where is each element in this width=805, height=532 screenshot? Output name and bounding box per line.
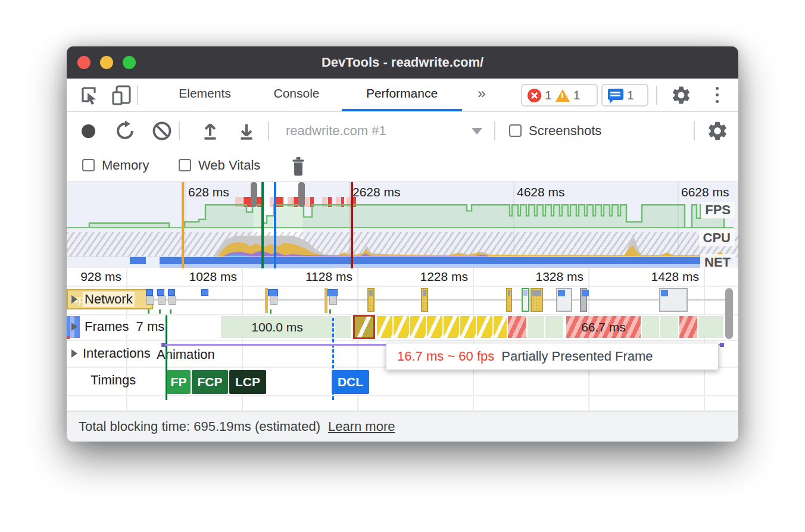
frame-block[interactable] — [660, 316, 678, 338]
network-request[interactable] — [168, 286, 174, 314]
error-count: 1 — [545, 88, 552, 102]
network-request[interactable] — [201, 286, 208, 314]
frame-block[interactable] — [679, 316, 697, 338]
total-blocking-time-text: Total blocking time: 695.19ms (estimated… — [79, 419, 320, 434]
more-tabs-icon[interactable]: » — [478, 85, 485, 102]
vertical-scrollbar-thumb[interactable] — [725, 288, 733, 339]
network-track-header[interactable]: Network — [71, 292, 135, 307]
fps-chart — [67, 200, 734, 228]
tooltip-title: Partially Presented Frame — [501, 349, 653, 364]
divider — [137, 86, 138, 105]
tab-performance[interactable]: Performance — [366, 86, 438, 101]
web-vitals-checkbox[interactable] — [179, 159, 191, 171]
network-request[interactable] — [522, 288, 529, 312]
overview-tick-label: 628 ms — [188, 185, 229, 199]
expander-icon[interactable] — [71, 349, 77, 358]
frame-block[interactable] — [394, 316, 409, 338]
network-request[interactable] — [268, 286, 281, 314]
messages-badge[interactable]: 1 — [601, 84, 648, 107]
frame-block[interactable] — [460, 316, 476, 338]
net-activity-early — [130, 257, 146, 264]
timeline-gridline — [473, 268, 474, 411]
capture-settings-gear-icon[interactable] — [706, 120, 729, 142]
frames-track-header[interactable]: Frames 7 ms — [71, 319, 164, 334]
record-button[interactable] — [82, 124, 95, 138]
frame-block[interactable] — [642, 316, 659, 338]
screenshots-label: Screenshots — [529, 123, 601, 139]
timing-marker-fcp[interactable]: FCP — [192, 370, 228, 394]
frame-block[interactable] — [545, 316, 563, 338]
inspect-element-icon[interactable] — [79, 85, 99, 105]
timing-marker-fp[interactable]: FP — [167, 370, 191, 394]
timing-marker-lcp[interactable]: LCP — [229, 370, 266, 394]
save-profile-icon[interactable] — [235, 120, 258, 142]
history-select[interactable]: readwrite.com #1 — [286, 123, 386, 139]
timeline-gridline — [588, 268, 589, 411]
network-request[interactable] — [659, 288, 688, 312]
network-request[interactable] — [506, 288, 512, 312]
network-request[interactable] — [367, 288, 375, 312]
network-request[interactable] — [146, 286, 155, 314]
selection-left-handle[interactable] — [251, 182, 257, 207]
garbage-collect-icon[interactable] — [288, 156, 308, 177]
network-request[interactable] — [327, 286, 342, 314]
clear-icon[interactable] — [151, 120, 173, 142]
expander-icon[interactable] — [71, 323, 77, 331]
settings-gear-icon[interactable] — [670, 85, 692, 106]
title-bar[interactable]: DevTools - readwrite.com/ — [67, 46, 738, 79]
tab-elements[interactable]: Elements — [179, 86, 231, 101]
frame-block[interactable] — [477, 316, 492, 338]
frame-block[interactable] — [528, 316, 544, 338]
screenshots-checkbox[interactable] — [509, 124, 522, 137]
frame-block[interactable] — [508, 316, 526, 338]
frame-block[interactable] — [494, 316, 507, 338]
frame-block[interactable]: 100.0 ms — [221, 316, 333, 338]
long-task-marker — [67, 336, 70, 339]
network-request[interactable] — [531, 288, 543, 312]
timeline-ruler-label: 1328 ms — [535, 270, 584, 284]
dropdown-caret-icon[interactable] — [472, 128, 482, 134]
secondary-toolbar: Memory Web Vitals — [67, 150, 738, 181]
frame-block[interactable]: 66.7 ms — [566, 316, 641, 338]
overview-tick-label: 4628 ms — [517, 185, 565, 199]
network-request[interactable] — [580, 288, 587, 312]
divider — [656, 86, 657, 105]
interactions-track-header[interactable]: Interactions — [71, 346, 151, 361]
reload-icon[interactable] — [114, 120, 136, 142]
frame-duration-label: 7 ms — [136, 319, 165, 334]
issues-badge[interactable]: 1 1 — [521, 84, 598, 107]
timeline-tracks-panel[interactable]: 928 ms1028 ms1128 ms1228 ms1328 ms1428 m… — [67, 268, 738, 411]
memory-checkbox[interactable] — [82, 159, 95, 171]
tooltip-duration: 16.7 ms ~ 60 fps — [397, 349, 494, 364]
frame-block[interactable] — [410, 316, 426, 338]
divider — [179, 121, 180, 140]
status-bar: Total blocking time: 695.19ms (estimated… — [67, 411, 738, 442]
warning-count: 1 — [573, 88, 581, 102]
devtools-window: DevTools - readwrite.com/ Elements Conso… — [67, 46, 738, 442]
selection-right-handle[interactable] — [298, 182, 305, 207]
timeline-overview[interactable]: 628 ms2628 ms4628 ms6628 ms FPS CPU NET — [67, 181, 738, 268]
device-toolbar-icon[interactable] — [111, 84, 133, 107]
network-request[interactable] — [556, 288, 572, 312]
load-profile-icon[interactable] — [199, 120, 221, 142]
interactions-track-label: Interactions — [83, 346, 151, 361]
learn-more-link[interactable]: Learn more — [328, 419, 395, 434]
timing-marker-dcl[interactable]: DCL — [332, 370, 369, 394]
frame-block[interactable] — [335, 316, 351, 338]
divider — [494, 121, 495, 140]
tab-console[interactable]: Console — [273, 86, 319, 101]
selected-frame[interactable] — [353, 315, 375, 339]
frame-block[interactable] — [698, 316, 723, 338]
warning-icon — [556, 89, 570, 102]
frame-block[interactable] — [444, 316, 459, 338]
timings-track-header[interactable]: Timings — [91, 373, 136, 388]
timeline-ruler-label: 1428 ms — [651, 270, 699, 284]
overview-tick-label: 6628 ms — [681, 185, 729, 199]
fps-band-label: FPS — [701, 202, 735, 218]
network-request[interactable] — [157, 286, 166, 314]
expander-icon[interactable] — [71, 295, 77, 303]
frame-block[interactable] — [377, 316, 392, 338]
frame-block[interactable] — [427, 316, 442, 338]
message-count: 1 — [627, 88, 634, 102]
network-request[interactable] — [421, 288, 428, 312]
